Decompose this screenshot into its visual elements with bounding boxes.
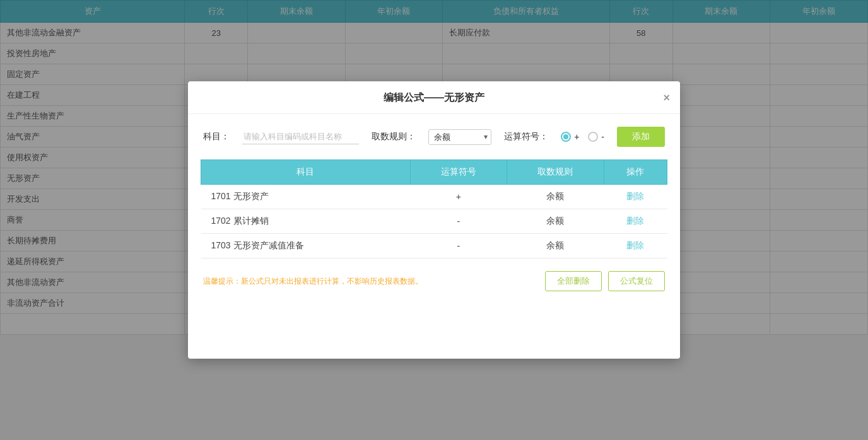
subject-label: 科目： [203,131,230,142]
formula-rule-cell: 余额 [507,185,604,209]
table-row: 1703 无形资产减值准备 - 余额 删除 [201,234,667,258]
th-operator: 运算符号 [410,160,507,185]
delete-row-button[interactable]: 删除 [626,216,644,226]
operator-plus-radio[interactable]: + [561,132,579,142]
footer-buttons: 全部删除 公式复位 [545,271,665,291]
formula-action-cell: 删除 [604,209,667,234]
close-button[interactable]: × [663,92,670,103]
add-button[interactable]: 添加 [617,127,665,147]
formula-table: 科目 运算符号 取数规则 操作 1701 无形资产 + 余额 删除 1702 累… [201,159,667,258]
formula-operator-cell: + [410,185,507,209]
th-rule: 取数规则 [507,160,604,185]
reset-formula-button[interactable]: 公式复位 [608,271,665,291]
delete-row-button[interactable]: 删除 [626,240,644,250]
table-header-row: 科目 运算符号 取数规则 操作 [201,160,667,185]
operator-minus-label: - [601,132,604,142]
formula-subject-cell: 1703 无形资产减值准备 [201,234,411,258]
delete-all-button[interactable]: 全部删除 [545,271,602,291]
formula-action-cell: 删除 [604,185,667,209]
dialog-header: 编辑公式——无形资产 × [188,81,680,114]
formula-operator-cell: - [410,209,507,234]
dialog-footer: 温馨提示：新公式只对未出报表进行计算，不影响历史报表数据。 全部删除 公式复位 [188,258,680,296]
rule-label: 取数规则： [372,131,416,142]
table-row: 1702 累计摊销 - 余额 删除 [201,209,667,234]
delete-row-button[interactable]: 删除 [626,191,644,201]
operator-label: 运算符号： [504,131,548,142]
formula-operator-cell: - [410,234,507,258]
formula-rule-cell: 余额 [507,209,604,234]
formula-action-cell: 删除 [604,234,667,258]
operator-minus-radio[interactable]: - [588,132,604,142]
formula-rule-cell: 余额 [507,234,604,258]
operator-radio-group: + - [561,132,604,142]
footer-tip: 温馨提示：新公式只对未出报表进行计算，不影响历史报表数据。 [203,276,423,287]
th-action: 操作 [604,160,667,185]
subject-input[interactable] [242,129,359,144]
operator-plus-label: + [574,132,579,142]
table-row: 1701 无形资产 + 余额 删除 [201,185,667,209]
rule-select[interactable]: 余额 借方发生额 贷方发生额 [428,129,491,145]
th-subject: 科目 [201,160,411,185]
formula-subject-cell: 1701 无形资产 [201,185,411,209]
formula-table-wrap: 科目 运算符号 取数规则 操作 1701 无形资产 + 余额 删除 1702 累… [188,159,680,258]
edit-formula-dialog: 编辑公式——无形资产 × 科目： 取数规则： 余额 借方发生额 贷方发生额 运算… [188,81,680,359]
formula-subject-cell: 1702 累计摊销 [201,209,411,234]
radio-plus-circle [561,132,571,142]
dialog-title: 编辑公式——无形资产 [384,92,484,103]
form-row: 科目： 取数规则： 余额 借方发生额 贷方发生额 运算符号： + - [188,114,680,159]
radio-minus-circle [588,132,598,142]
rule-select-wrapper: 余额 借方发生额 贷方发生额 [428,129,491,145]
modal-overlay: 编辑公式——无形资产 × 科目： 取数规则： 余额 借方发生额 贷方发生额 运算… [0,0,868,440]
